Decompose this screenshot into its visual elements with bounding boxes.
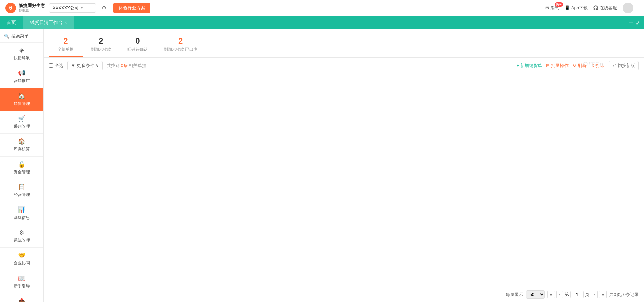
- filter-icon: ▼: [71, 63, 75, 68]
- search-menu-button[interactable]: 🔍 搜索菜单: [0, 29, 43, 43]
- top-right-area: ✉ 消息 99+ 📱 App下载 🎧 在线客服: [545, 3, 639, 13]
- prev-page-button[interactable]: ‹: [556, 291, 563, 298]
- sidebar-item-marketing[interactable]: 📢 营销推广: [0, 65, 43, 88]
- page-suffix: 页: [585, 292, 589, 298]
- inventory-icon: 🏠: [18, 138, 25, 145]
- marketing-icon: 📢: [18, 69, 25, 77]
- sidebar-item-inventory[interactable]: 🏠 库存核算: [0, 134, 43, 157]
- page-nav: « ‹ 第 页 › »: [547, 291, 607, 298]
- app-download-button[interactable]: 📱 App下载: [565, 5, 588, 11]
- purchase-icon: 🛒: [18, 115, 25, 122]
- sidebar-item-system[interactable]: ⚙ 系统管理: [0, 225, 43, 248]
- app-title: 畅捷通好生意: [19, 3, 45, 8]
- stat-tab-overdue[interactable]: 2 到期未收款: [83, 34, 119, 57]
- sidebar-item-app-center[interactable]: 📥 应用中心: [0, 293, 43, 302]
- stat-count-pending: 0: [135, 36, 140, 46]
- toolbar: 全选 ▼ 更多条件 ∨ 共找到 0条 相关单据 + 新增销货单 ⊞ 批量操作: [44, 58, 644, 74]
- sidebar-item-sales[interactable]: 🏠 销售管理: [0, 88, 43, 111]
- page-input[interactable]: [570, 291, 584, 298]
- settings-button[interactable]: ⚙: [99, 3, 109, 13]
- minimize-icon[interactable]: ─: [629, 20, 633, 26]
- system-icon: ⚙: [19, 229, 24, 236]
- sidebar-item-basic-info[interactable]: 📊 基础信息: [0, 202, 43, 225]
- logo-area: 6 畅捷通好生意 标准版: [5, 3, 49, 13]
- message-icon: ✉: [545, 5, 549, 10]
- sidebar-item-operations[interactable]: 📋 经营管理: [0, 179, 43, 202]
- tab-workbench[interactable]: 钱货日清工作台 ×: [23, 16, 74, 29]
- last-page-button[interactable]: »: [599, 291, 607, 298]
- dropdown-arrow-icon: ▾: [81, 6, 83, 10]
- sales-icon: 🏠: [18, 92, 25, 100]
- online-service-label: 在线客服: [600, 5, 617, 11]
- stat-count-all: 2: [63, 36, 68, 46]
- filter-label: 更多条件: [77, 63, 94, 69]
- tab-workbench-label: 钱货日清工作台: [30, 20, 63, 26]
- sidebar-item-purchase[interactable]: 🛒 采购管理: [0, 111, 43, 134]
- app-subtitle: 标准版: [19, 8, 45, 13]
- select-all-checkbox[interactable]: 全选: [49, 63, 63, 69]
- sidebar: 🔍 搜索菜单 ◈ 快捷导航 📢 营销推广 🏠 销售管理 🛒 采购管理 🏠 库存核…: [0, 29, 44, 302]
- batch-icon: ⊞: [546, 63, 550, 68]
- stat-label-shipped: 到期未收款 已出库: [164, 47, 197, 52]
- filter-button[interactable]: ▼ 更多条件 ∨: [67, 61, 103, 70]
- first-page-button[interactable]: «: [547, 291, 555, 298]
- guide-icon: 📖: [18, 275, 25, 282]
- checkbox-input[interactable]: [49, 63, 53, 68]
- batch-label: 批量操作: [551, 63, 569, 69]
- filter-arrow-icon: ∨: [96, 63, 99, 68]
- print-button[interactable]: 🖨 打印: [590, 63, 605, 69]
- refresh-button[interactable]: ↻ 刷新: [573, 63, 586, 69]
- next-page-button[interactable]: ›: [591, 291, 597, 298]
- sidebar-item-cooperation[interactable]: 🤝 企业协同: [0, 248, 43, 270]
- operations-icon: 📋: [18, 183, 25, 191]
- headset-icon: 🎧: [593, 5, 598, 10]
- stat-count-overdue: 2: [99, 36, 103, 46]
- batch-operation-button[interactable]: ⊞ 批量操作: [546, 63, 569, 69]
- stat-label-overdue: 到期未收款: [91, 47, 111, 52]
- refresh-icon: ↻: [573, 63, 576, 68]
- tab-actions: ─ ⤢: [625, 16, 644, 29]
- sidebar-item-quick-nav[interactable]: ◈ 快捷导航: [0, 43, 43, 65]
- tab-home[interactable]: 首页: [0, 16, 23, 29]
- print-label: 打印: [596, 63, 605, 69]
- switch-label: 切换新版: [618, 63, 635, 69]
- switch-icon: ⇄: [612, 63, 616, 68]
- found-count: 0条: [121, 63, 128, 68]
- app-logo: 6: [5, 3, 16, 13]
- app-download-label: App下载: [571, 5, 588, 11]
- main-layout: 🔍 搜索菜单 ◈ 快捷导航 📢 营销推广 🏠 销售管理 🛒 采购管理 🏠 库存核…: [0, 29, 644, 302]
- found-suffix: 相关单据: [129, 63, 146, 68]
- print-icon: 🖨: [590, 63, 595, 68]
- logo-text: 畅捷通好生意 标准版: [19, 3, 45, 13]
- content-area: 2 全部单据 2 到期未收款 0 旺铺待确认 2 到期未收款 已出库: [44, 29, 644, 302]
- app-center-icon: 📥: [18, 297, 25, 302]
- per-page-label: 每页显示: [506, 292, 523, 298]
- messages-button[interactable]: ✉ 消息 99+: [545, 5, 559, 11]
- found-prefix: 共找到: [107, 63, 120, 68]
- total-info: 共0页, 0条记录: [609, 292, 639, 298]
- maximize-icon[interactable]: ⤢: [636, 20, 640, 26]
- per-page-select[interactable]: 50 20 100: [526, 290, 545, 299]
- basic-info-icon: 📊: [18, 206, 25, 214]
- select-all-label: 全选: [55, 63, 63, 69]
- refresh-label: 刷新: [578, 63, 586, 69]
- add-sale-order-button[interactable]: + 新增销货单: [516, 63, 542, 69]
- sidebar-item-guide[interactable]: 📖 新手引导: [0, 270, 43, 293]
- sidebar-label-inventory: 库存核算: [14, 146, 30, 152]
- sidebar-item-finance[interactable]: 🔒 资金管理: [0, 157, 43, 179]
- tab-close-icon[interactable]: ×: [65, 20, 67, 25]
- avatar[interactable]: [623, 3, 633, 13]
- company-selector[interactable]: XXXXXX公司 ▾: [49, 3, 96, 13]
- sidebar-label-basic-info: 基础信息: [14, 215, 30, 221]
- stat-tab-pending[interactable]: 0 旺铺待确认: [119, 34, 156, 57]
- online-service-button[interactable]: 🎧 在线客服: [593, 5, 617, 11]
- table-area: [44, 74, 644, 287]
- switch-version-button[interactable]: ⇄ 切换新版: [609, 61, 639, 70]
- cooperation-icon: 🤝: [18, 252, 25, 259]
- download-icon: 📱: [565, 5, 570, 10]
- finance-icon: 🔒: [18, 161, 25, 168]
- stat-tab-shipped[interactable]: 2 到期未收款 已出库: [156, 34, 205, 57]
- experience-button[interactable]: 体验行业方案: [113, 3, 150, 13]
- sidebar-label-operations: 经营管理: [14, 192, 30, 198]
- stat-tab-all[interactable]: 2 全部单据: [49, 34, 83, 57]
